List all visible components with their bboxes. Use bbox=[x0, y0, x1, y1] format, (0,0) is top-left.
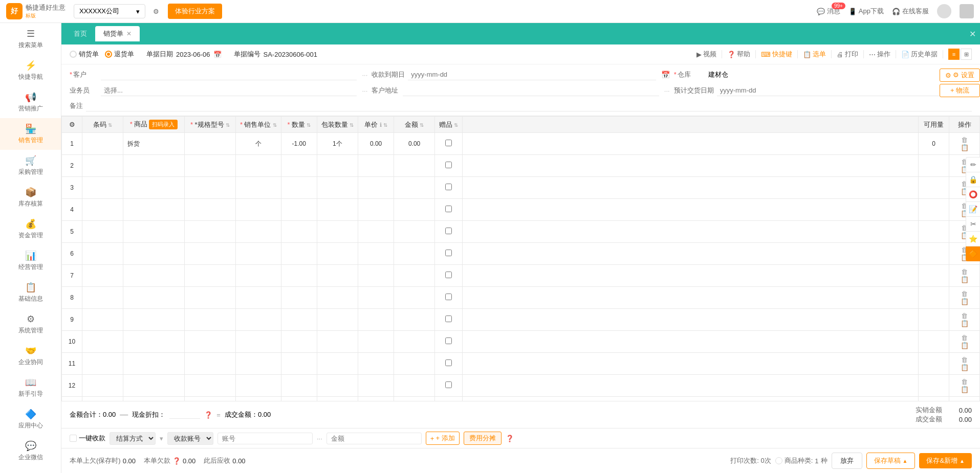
gift-checkbox[interactable] bbox=[445, 316, 452, 322]
copy-icon[interactable]: 📋 bbox=[961, 342, 969, 349]
copy-icon[interactable]: 📋 bbox=[961, 386, 969, 393]
tab-close-icon[interactable]: ✕ bbox=[126, 30, 132, 37]
cell-spec[interactable] bbox=[185, 265, 236, 287]
cell-unit[interactable]: 个 bbox=[236, 133, 281, 155]
gift-checkbox[interactable] bbox=[445, 272, 452, 278]
cell-qty[interactable] bbox=[281, 331, 317, 353]
copy-icon[interactable]: 📋 bbox=[961, 364, 969, 371]
tab-home[interactable]: 首页 bbox=[66, 26, 95, 41]
cell-price[interactable] bbox=[358, 287, 394, 309]
cell-amount[interactable] bbox=[394, 287, 435, 309]
account-input[interactable] bbox=[217, 433, 313, 444]
cell-spec[interactable] bbox=[185, 133, 236, 155]
cell-qty[interactable] bbox=[281, 353, 317, 375]
float-btn-7[interactable]: 🔶 bbox=[966, 246, 980, 261]
cell-spec[interactable] bbox=[185, 375, 236, 397]
cell-pkg[interactable] bbox=[317, 243, 358, 265]
price-info-icon[interactable]: ℹ bbox=[380, 122, 382, 128]
user-settings-icon[interactable] bbox=[960, 4, 974, 18]
cell-price[interactable]: 0.00 bbox=[358, 133, 394, 155]
cell-pkg[interactable] bbox=[317, 353, 358, 375]
cell-product[interactable] bbox=[123, 265, 185, 287]
estimated-date-input[interactable] bbox=[717, 85, 958, 96]
cell-spec[interactable] bbox=[185, 155, 236, 177]
cell-spec[interactable] bbox=[185, 243, 236, 265]
company-selector[interactable]: XXXXXX公司 ▾ bbox=[74, 4, 145, 18]
cell-spec[interactable] bbox=[185, 353, 236, 375]
action-print[interactable]: 🖨 打印 bbox=[837, 50, 858, 59]
discount-input[interactable] bbox=[169, 411, 200, 419]
cell-amount[interactable] bbox=[394, 243, 435, 265]
gift-checkbox[interactable] bbox=[445, 359, 452, 366]
one-key-pay-checkbox[interactable] bbox=[70, 435, 77, 442]
sidebar-item-wechat[interactable]: 💬 企业微信 bbox=[0, 435, 61, 467]
cell-amount[interactable] bbox=[394, 221, 435, 243]
one-key-pay-label[interactable]: 一键收款 bbox=[70, 434, 105, 443]
cell-unit[interactable] bbox=[236, 177, 281, 199]
sidebar-item-marketing[interactable]: 📢 营销推广 bbox=[0, 86, 61, 118]
sidebar-item-guide[interactable]: 📖 新手引导 bbox=[0, 372, 61, 403]
cell-gift[interactable] bbox=[435, 265, 463, 287]
cell-spec[interactable] bbox=[185, 177, 236, 199]
cell-amount[interactable] bbox=[394, 309, 435, 331]
cell-gift[interactable] bbox=[435, 397, 463, 401]
cell-unit[interactable] bbox=[236, 309, 281, 331]
cell-price[interactable] bbox=[358, 309, 394, 331]
cell-pkg[interactable] bbox=[317, 221, 358, 243]
cell-barcode[interactable] bbox=[82, 155, 123, 177]
float-btn-1[interactable]: ✏ bbox=[966, 157, 980, 172]
note-input[interactable] bbox=[86, 100, 972, 111]
action-history[interactable]: 📄 历史单据 bbox=[901, 50, 938, 59]
gift-checkbox[interactable] bbox=[445, 140, 452, 146]
sidebar-item-basic-info[interactable]: 📋 基础信息 bbox=[0, 277, 61, 308]
cell-qty[interactable] bbox=[281, 287, 317, 309]
cell-product[interactable] bbox=[123, 177, 185, 199]
cell-qty[interactable] bbox=[281, 243, 317, 265]
cell-gift[interactable] bbox=[435, 309, 463, 331]
cell-amount[interactable]: 0.00 bbox=[394, 133, 435, 155]
cell-product[interactable] bbox=[123, 309, 185, 331]
cell-price[interactable] bbox=[358, 331, 394, 353]
float-btn-6[interactable]: ⭐ bbox=[966, 232, 980, 246]
cell-spec[interactable] bbox=[185, 309, 236, 331]
cell-unit[interactable] bbox=[236, 375, 281, 397]
cell-pkg[interactable] bbox=[317, 155, 358, 177]
cell-gift[interactable] bbox=[435, 199, 463, 221]
settings-icon-btn[interactable]: ⚙ bbox=[148, 4, 164, 19]
cell-barcode[interactable] bbox=[82, 265, 123, 287]
sidebar-item-finance[interactable]: 💰 资金管理 bbox=[0, 213, 61, 245]
salesman-more-icon[interactable]: ··· bbox=[362, 87, 367, 95]
product-kind-radio[interactable] bbox=[775, 457, 782, 464]
cell-unit[interactable] bbox=[236, 353, 281, 375]
cell-pkg[interactable] bbox=[317, 287, 358, 309]
cell-barcode[interactable] bbox=[82, 287, 123, 309]
customer-input[interactable] bbox=[101, 69, 357, 80]
th-settings[interactable]: ⚙ bbox=[62, 117, 82, 133]
expense-btn[interactable]: 费用分摊 bbox=[464, 432, 502, 445]
cell-amount[interactable] bbox=[394, 353, 435, 375]
copy-icon[interactable]: 📋 bbox=[961, 298, 969, 305]
gift-checkbox[interactable] bbox=[445, 162, 452, 168]
gift-checkbox[interactable] bbox=[445, 228, 452, 234]
cell-gift[interactable] bbox=[435, 133, 463, 155]
copy-icon[interactable]: 📋 bbox=[961, 276, 969, 283]
flow-button[interactable]: + 物流 bbox=[940, 84, 980, 97]
float-btn-5[interactable]: ✂ bbox=[966, 217, 980, 232]
cell-gift[interactable] bbox=[435, 221, 463, 243]
table-settings-icon[interactable]: ⚙ bbox=[69, 121, 75, 128]
cell-product[interactable] bbox=[123, 375, 185, 397]
float-btn-3[interactable]: ⭕ bbox=[966, 187, 980, 202]
sidebar-item-shortcuts[interactable]: ⚡ 快捷导航 bbox=[0, 55, 61, 86]
cell-product[interactable] bbox=[123, 199, 185, 221]
cell-barcode[interactable] bbox=[82, 353, 123, 375]
cell-amount[interactable] bbox=[394, 331, 435, 353]
receive-date-calendar-icon[interactable]: 📅 bbox=[661, 71, 670, 79]
cell-gift[interactable] bbox=[435, 331, 463, 353]
discard-btn[interactable]: 放弃 bbox=[832, 453, 862, 469]
cell-gift[interactable] bbox=[435, 353, 463, 375]
cell-unit[interactable] bbox=[236, 397, 281, 401]
cell-product[interactable] bbox=[123, 221, 185, 243]
expense-help-icon[interactable]: ❓ bbox=[506, 435, 514, 442]
view-list-btn[interactable]: ≡ bbox=[948, 49, 960, 60]
cell-unit[interactable] bbox=[236, 199, 281, 221]
